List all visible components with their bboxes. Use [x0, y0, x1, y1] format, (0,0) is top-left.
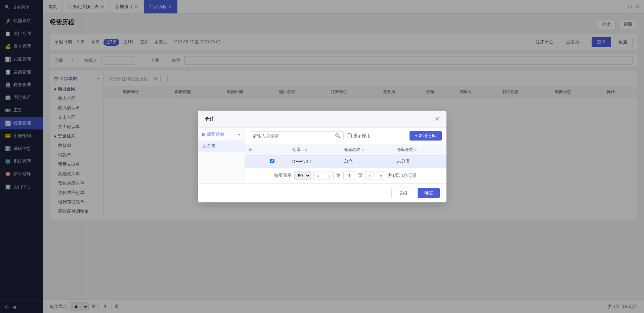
add-warehouse-button[interactable]: + 新增仓库	[410, 131, 441, 141]
modal-footer: 取消 确定	[198, 183, 446, 202]
show-disabled-checkbox[interactable]	[347, 133, 352, 138]
modal-pagination: 每页显示 50 « ‹ 第 页 › » 共1页, 1条记录	[245, 167, 446, 183]
modal-table-row[interactable]: — DEFAULT 总仓 未分类	[245, 156, 446, 167]
modal-last-page-btn[interactable]: »	[377, 171, 385, 180]
modal-page-next: 页	[358, 172, 362, 179]
modal-next-page-btn[interactable]: ›	[365, 171, 374, 180]
modal-left-panel: ⊞ 全部分类 « 未分类	[198, 128, 245, 183]
modal-search-box[interactable]: 🔍	[250, 131, 344, 140]
modal-per-page-label: 每页显示	[274, 172, 292, 179]
modal-total-text: 共1页, 1条记录	[388, 172, 417, 179]
sort-code[interactable]: 仓库...⇅	[292, 147, 337, 153]
modal-toolbar: 🔍 显示停用 + 新增仓库	[245, 128, 446, 144]
all-categories-label[interactable]: 全部分类	[207, 131, 224, 137]
show-disabled-text: 显示停用	[353, 133, 371, 139]
modal-right-panel: 🔍 显示停用 + 新增仓库 ⚙仓库...⇅仓库名称⇅仓库分类⇅	[245, 128, 446, 183]
row-code-cell: DEFAULT	[289, 156, 341, 167]
modal-page-label: 第	[336, 172, 341, 179]
modal-col-code[interactable]: 仓库...⇅	[289, 144, 341, 156]
modal-header: 仓库 ✕	[198, 111, 446, 128]
modal-search-input[interactable]	[253, 133, 335, 139]
modal-per-page-select[interactable]: 50	[294, 171, 311, 180]
modal-left-header: ⊞ 全部分类 «	[198, 128, 245, 141]
confirm-button[interactable]: 确定	[418, 188, 440, 198]
modal-col-name[interactable]: 仓库名称⇅	[341, 144, 393, 156]
modal-category-uncategorized[interactable]: 未分类	[198, 141, 245, 152]
sort-category[interactable]: 仓库分类⇅	[397, 147, 443, 153]
sort-icon-code: ⇅	[305, 148, 307, 152]
modal-prev-page-btn[interactable]: ‹	[325, 171, 334, 180]
sort-name[interactable]: 仓库名称⇅	[344, 147, 390, 153]
row-checkbox-cell[interactable]	[267, 156, 289, 167]
warehouse-modal: 仓库 ✕ ⊞ 全部分类 « 未分类	[198, 111, 446, 202]
modal-page-input[interactable]	[343, 171, 355, 180]
sort-icon-name: ⇅	[361, 148, 364, 152]
row-settings-cell: —	[245, 156, 267, 167]
modal-table: ⚙仓库...⇅仓库名称⇅仓库分类⇅ — DEFAULT 总仓 未分类	[245, 144, 446, 167]
left-collapse-icon[interactable]: «	[238, 132, 240, 137]
modal-close-button[interactable]: ✕	[435, 115, 440, 123]
cancel-button[interactable]: 取消	[391, 188, 414, 198]
modal-col-settings: ⚙	[245, 144, 267, 156]
modal-body: ⊞ 全部分类 « 未分类 🔍 显示停用	[198, 128, 446, 183]
modal-col-checkbox	[267, 144, 289, 156]
sort-icon-category: ⇅	[414, 148, 417, 152]
all-categories-icon: ⊞	[202, 132, 206, 137]
modal-title: 仓库	[205, 116, 215, 122]
modal-overlay[interactable]: 仓库 ✕ ⊞ 全部分类 « 未分类	[0, 0, 644, 313]
modal-search-icon: 🔍	[335, 133, 341, 139]
row-category-cell: 未分类	[393, 156, 446, 167]
modal-col-category[interactable]: 仓库分类⇅	[393, 144, 446, 156]
modal-first-page-btn[interactable]: «	[313, 171, 322, 180]
show-disabled-label[interactable]: 显示停用	[347, 133, 371, 139]
row-name-cell: 总仓	[341, 156, 393, 167]
